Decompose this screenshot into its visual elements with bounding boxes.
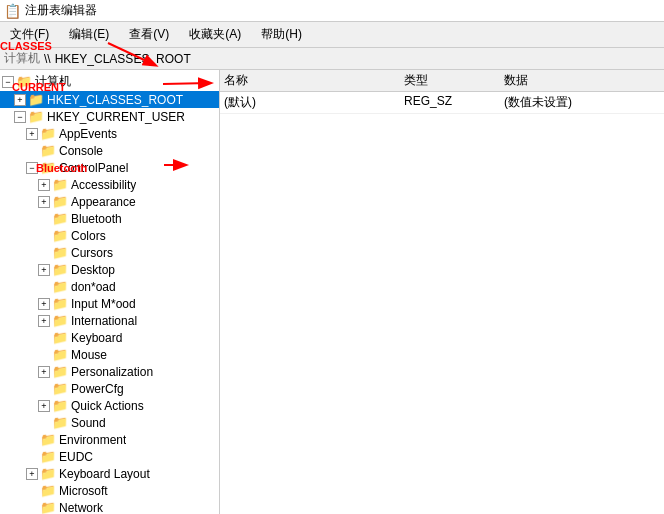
cell-data: (数值未设置) [504, 94, 660, 111]
tree-label-inputmethod: Input M*ood [71, 297, 136, 311]
tree-item-controlpanel[interactable]: −📁ControlPanel [0, 159, 219, 176]
tree-item-cursors[interactable]: 📁Cursors [0, 244, 219, 261]
tree-item-hkcu[interactable]: −📁HKEY_CURRENT_USER [0, 108, 219, 125]
tree-label-hkcu: HKEY_CURRENT_USER [47, 110, 185, 124]
tree-item-quickactions[interactable]: +📁Quick Actions [0, 397, 219, 414]
tree-item-personalization[interactable]: +📁Personalization [0, 363, 219, 380]
folder-icon-powercfg: 📁 [52, 381, 68, 396]
address-separator: \\ [44, 52, 51, 66]
tree-label-network: Network [59, 501, 103, 515]
menu-help[interactable]: 帮助(H) [255, 24, 308, 45]
expand-btn-quickactions[interactable]: + [38, 400, 50, 412]
tree-label-mouse: Mouse [71, 348, 107, 362]
folder-icon-keyboard: 📁 [52, 330, 68, 345]
tree-label-colors: Colors [71, 229, 106, 243]
expand-btn-desktop[interactable]: + [38, 264, 50, 276]
tree-item-powercfg[interactable]: 📁PowerCfg [0, 380, 219, 397]
tree-label-download: don*oad [71, 280, 116, 294]
tree-label-desktop: Desktop [71, 263, 115, 277]
tree-label-console: Console [59, 144, 103, 158]
tree-label-keyboard: Keyboard [71, 331, 122, 345]
address-label: 计算机 [4, 50, 40, 67]
folder-icon-inputmethod: 📁 [52, 296, 68, 311]
table-header: 名称 类型 数据 [220, 70, 664, 92]
expand-btn-computer[interactable]: − [2, 76, 14, 88]
folder-icon-computer: 📁 [16, 74, 32, 89]
folder-icon-environment: 📁 [40, 432, 56, 447]
tree-item-hkcr[interactable]: +📁HKEY_CLASSES_ROOT [0, 91, 219, 108]
expand-btn-accessibility[interactable]: + [38, 179, 50, 191]
window-title: 注册表编辑器 [25, 2, 97, 19]
tree-item-download[interactable]: 📁don*oad [0, 278, 219, 295]
folder-icon-console: 📁 [40, 143, 56, 158]
expand-btn-appevents[interactable]: + [26, 128, 38, 140]
folder-icon-controlpanel: 📁 [40, 160, 56, 175]
folder-icon-eudc: 📁 [40, 449, 56, 464]
tree-label-appearance: Appearance [71, 195, 136, 209]
address-bar: 计算机 \\ HKEY_CLASSES_ROOT [0, 48, 664, 70]
expand-btn-hkcr[interactable]: + [14, 94, 26, 106]
menu-edit[interactable]: 编辑(E) [63, 24, 115, 45]
folder-icon-bluetooth: 📁 [52, 211, 68, 226]
folder-icon-network: 📁 [40, 500, 56, 514]
tree-item-keyboardlayout[interactable]: +📁Keyboard Layout [0, 465, 219, 482]
tree-panel[interactable]: −📁计算机+📁HKEY_CLASSES_ROOT−📁HKEY_CURRENT_U… [0, 70, 220, 514]
expand-btn-controlpanel[interactable]: − [26, 162, 38, 174]
tree-item-console[interactable]: 📁Console [0, 142, 219, 159]
tree-label-appevents: AppEvents [59, 127, 117, 141]
expand-btn-hkcu[interactable]: − [14, 111, 26, 123]
folder-icon-accessibility: 📁 [52, 177, 68, 192]
folder-icon-mouse: 📁 [52, 347, 68, 362]
expand-btn-keyboardlayout[interactable]: + [26, 468, 38, 480]
col-header-type: 类型 [404, 72, 504, 89]
tree-item-keyboard[interactable]: 📁Keyboard [0, 329, 219, 346]
folder-icon-international: 📁 [52, 313, 68, 328]
folder-icon-cursors: 📁 [52, 245, 68, 260]
col-header-name: 名称 [224, 72, 404, 89]
menu-view[interactable]: 查看(V) [123, 24, 175, 45]
tree-item-colors[interactable]: 📁Colors [0, 227, 219, 244]
tree-label-powercfg: PowerCfg [71, 382, 124, 396]
tree-item-desktop[interactable]: +📁Desktop [0, 261, 219, 278]
tree-item-environment[interactable]: 📁Environment [0, 431, 219, 448]
tree-item-network[interactable]: 📁Network [0, 499, 219, 514]
table-row[interactable]: (默认) REG_SZ (数值未设置) [220, 92, 664, 114]
folder-icon-colors: 📁 [52, 228, 68, 243]
tree-label-personalization: Personalization [71, 365, 153, 379]
tree-item-international[interactable]: +📁International [0, 312, 219, 329]
tree-label-hkcr: HKEY_CLASSES_ROOT [47, 93, 183, 107]
tree-item-computer[interactable]: −📁计算机 [0, 72, 219, 91]
tree-label-international: International [71, 314, 137, 328]
tree-label-bluetooth: Bluetooth [71, 212, 122, 226]
folder-icon-desktop: 📁 [52, 262, 68, 277]
tree-item-microsoft[interactable]: 📁Microsoft [0, 482, 219, 499]
folder-icon-microsoft: 📁 [40, 483, 56, 498]
tree-item-accessibility[interactable]: +📁Accessibility [0, 176, 219, 193]
right-panel: 名称 类型 数据 (默认) REG_SZ (数值未设置) [220, 70, 664, 514]
expand-btn-personalization[interactable]: + [38, 366, 50, 378]
folder-icon-appevents: 📁 [40, 126, 56, 141]
folder-icon-hkcu: 📁 [28, 109, 44, 124]
menu-favorites[interactable]: 收藏夹(A) [183, 24, 247, 45]
tree-item-appevents[interactable]: +📁AppEvents [0, 125, 219, 142]
expand-btn-inputmethod[interactable]: + [38, 298, 50, 310]
folder-icon-hkcr: 📁 [28, 92, 44, 107]
tree-item-inputmethod[interactable]: +📁Input M*ood [0, 295, 219, 312]
folder-icon-personalization: 📁 [52, 364, 68, 379]
tree-label-controlpanel: ControlPanel [59, 161, 128, 175]
tree-item-mouse[interactable]: 📁Mouse [0, 346, 219, 363]
tree-label-cursors: Cursors [71, 246, 113, 260]
table-body: (默认) REG_SZ (数值未设置) [220, 92, 664, 114]
expand-btn-international[interactable]: + [38, 315, 50, 327]
expand-btn-appearance[interactable]: + [38, 196, 50, 208]
tree-item-eudc[interactable]: 📁EUDC [0, 448, 219, 465]
folder-icon-download: 📁 [52, 279, 68, 294]
tree-item-sound[interactable]: 📁Sound [0, 414, 219, 431]
tree-label-eudc: EUDC [59, 450, 93, 464]
tree-label-microsoft: Microsoft [59, 484, 108, 498]
folder-icon-sound: 📁 [52, 415, 68, 430]
tree-item-appearance[interactable]: +📁Appearance [0, 193, 219, 210]
tree-label-computer: 计算机 [35, 73, 71, 90]
tree-item-bluetooth[interactable]: 📁Bluetooth [0, 210, 219, 227]
menu-file[interactable]: 文件(F) [4, 24, 55, 45]
